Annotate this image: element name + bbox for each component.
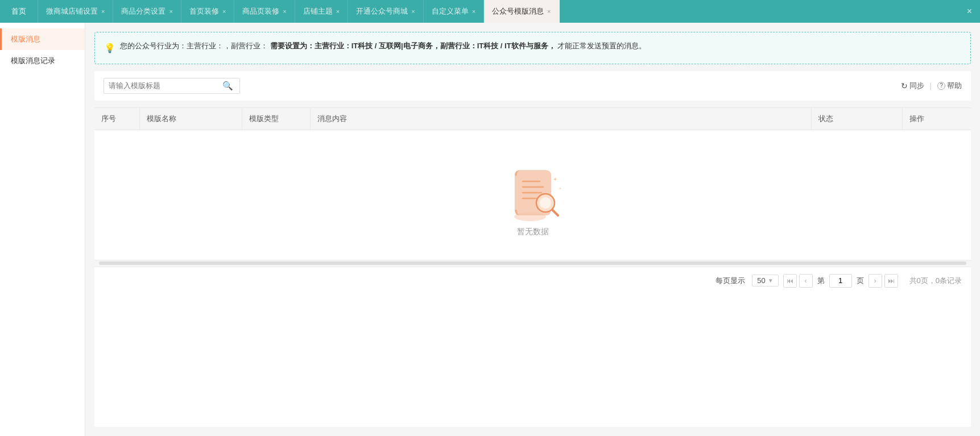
sidebar-item-template-msg[interactable]: 模版消息	[0, 28, 85, 50]
store-settings-label: 微商城店铺设置	[46, 6, 98, 16]
per-page-value: 50	[757, 276, 765, 285]
empty-illustration: ✦ ✦	[499, 164, 567, 227]
table-wrap: 序号 模版名称 模版类型 消息内容 状态 操作	[94, 107, 971, 427]
last-page-button[interactable]: ⏭	[884, 274, 898, 288]
sync-help-area: ↻ 同步 | ? 帮助	[901, 81, 962, 91]
notice-box: 💡 您的公众号行业为：主营行业：，副营行业： 需要设置为：主营行业：IT科技 /…	[94, 32, 971, 64]
notice-highlight: 需要设置为：主营行业：IT科技 / 互联网|电子商务，副营行业：IT科技 / I…	[270, 41, 556, 50]
divider: |	[930, 81, 932, 90]
th-content: 消息内容	[311, 108, 812, 130]
help-button[interactable]: ? 帮助	[937, 81, 962, 91]
custom-menu-label: 自定义菜单	[432, 6, 469, 16]
empty-state: ✦ ✦ 暂无数据	[94, 130, 971, 260]
chevron-down-icon: ▼	[768, 277, 774, 284]
nav-tab-home[interactable]: 首页	[0, 0, 38, 23]
sidebar-label-template-msg: 模版消息	[11, 35, 40, 43]
product-decor-label: 商品页装修	[242, 6, 279, 16]
global-close-button[interactable]: ×	[959, 0, 980, 23]
open-mall-label: 开通公众号商城	[356, 6, 408, 16]
sync-label: 同步	[909, 81, 924, 91]
sidebar: 模版消息 模版消息记录	[0, 23, 85, 436]
close-store-settings[interactable]: ×	[101, 8, 105, 15]
top-nav: 首页 微商城店铺设置 × 商品分类设置 × 首页装修 × 商品页装修 × 店铺主…	[0, 0, 980, 23]
total-info: 共0页，0条记录	[909, 276, 962, 286]
sidebar-item-template-msg-record[interactable]: 模版消息记录	[0, 50, 85, 72]
horizontal-scrollbar[interactable]	[94, 260, 971, 267]
nav-tab-template-msg[interactable]: 公众号模版消息 ×	[484, 0, 559, 23]
sync-icon: ↻	[901, 81, 908, 90]
per-page-label: 每页显示	[716, 276, 745, 286]
page-suffix: 页	[857, 276, 864, 286]
th-index: 序号	[94, 108, 140, 130]
category-settings-label: 商品分类设置	[121, 6, 166, 16]
help-icon: ?	[937, 82, 945, 90]
close-homepage-decor[interactable]: ×	[222, 8, 226, 15]
scroll-track[interactable]	[99, 261, 966, 265]
svg-line-7	[552, 210, 558, 215]
th-content-label: 消息内容	[317, 114, 347, 123]
search-input[interactable]	[109, 81, 222, 90]
close-open-mall[interactable]: ×	[411, 8, 415, 15]
nav-tab-store-theme[interactable]: 店铺主题 ×	[295, 0, 348, 23]
store-theme-label: 店铺主题	[303, 6, 333, 16]
main-layout: 模版消息 模版消息记录 💡 您的公众号行业为：主营行业：，副营行业： 需要设置为…	[0, 23, 980, 436]
sidebar-label-template-msg-record: 模版消息记录	[11, 56, 55, 65]
close-template-msg[interactable]: ×	[547, 8, 551, 15]
template-msg-label: 公众号模版消息	[492, 6, 544, 16]
per-page-select[interactable]: 50 ▼	[752, 275, 778, 286]
nav-tab-category-settings[interactable]: 商品分类设置 ×	[113, 0, 181, 23]
nav-tab-open-mall[interactable]: 开通公众号商城 ×	[348, 0, 423, 23]
th-action: 操作	[903, 108, 971, 130]
notice-text-after: 才能正常发送预置的消息。	[557, 41, 646, 50]
nav-tab-product-decor[interactable]: 商品页装修 ×	[234, 0, 295, 23]
th-name-label: 模版名称	[147, 114, 176, 123]
th-index-label: 序号	[101, 114, 116, 123]
content-area: 💡 您的公众号行业为：主营行业：，副营行业： 需要设置为：主营行业：IT科技 /…	[85, 23, 980, 436]
first-page-button[interactable]: ⏮	[783, 274, 797, 288]
svg-point-6	[540, 197, 551, 209]
table-header: 序号 模版名称 模版类型 消息内容 状态 操作	[94, 107, 971, 130]
page-label: 第	[817, 276, 825, 286]
th-type-label: 模版类型	[249, 114, 279, 123]
search-button[interactable]: 🔍	[222, 81, 233, 91]
search-bar: 🔍 ↻ 同步 | ? 帮助	[94, 71, 971, 101]
notice-text: 您的公众号行业为：主营行业：，副营行业： 需要设置为：主营行业：IT科技 / 互…	[120, 40, 646, 52]
svg-text:✦: ✦	[553, 176, 557, 182]
empty-text: 暂无数据	[517, 227, 549, 237]
current-page-input[interactable]	[829, 274, 852, 288]
page-nav: ⏮ ‹ 第 页 › ⏭	[783, 274, 898, 288]
next-page-button[interactable]: ›	[869, 274, 882, 288]
notice-text-before: 您的公众号行业为：主营行业：，副营行业：	[120, 41, 268, 50]
svg-text:✦: ✦	[559, 186, 562, 190]
th-action-label: 操作	[909, 114, 924, 123]
close-store-theme[interactable]: ×	[336, 8, 340, 15]
close-custom-menu[interactable]: ×	[472, 8, 475, 15]
sync-button[interactable]: ↻ 同步	[901, 81, 924, 91]
th-status-label: 状态	[818, 114, 833, 123]
help-label: 帮助	[947, 81, 962, 91]
bulb-icon: 💡	[104, 41, 115, 56]
th-name: 模版名称	[140, 108, 242, 130]
close-all-icon: ×	[967, 6, 972, 16]
home-tab-label: 首页	[11, 6, 26, 16]
th-status: 状态	[812, 108, 903, 130]
search-input-wrap: 🔍	[104, 78, 240, 94]
close-category-settings[interactable]: ×	[169, 8, 172, 15]
pagination: 每页显示 50 ▼ ⏮ ‹ 第 页 › ⏭ 共0页，0条记录	[94, 267, 971, 294]
nav-tab-custom-menu[interactable]: 自定义菜单 ×	[424, 0, 484, 23]
prev-page-button[interactable]: ‹	[799, 274, 813, 288]
th-type: 模版类型	[242, 108, 311, 130]
homepage-decor-label: 首页装修	[189, 6, 219, 16]
nav-tab-store-settings[interactable]: 微商城店铺设置 ×	[38, 0, 113, 23]
nav-tab-homepage-decor[interactable]: 首页装修 ×	[181, 0, 234, 23]
close-product-decor[interactable]: ×	[283, 8, 286, 15]
